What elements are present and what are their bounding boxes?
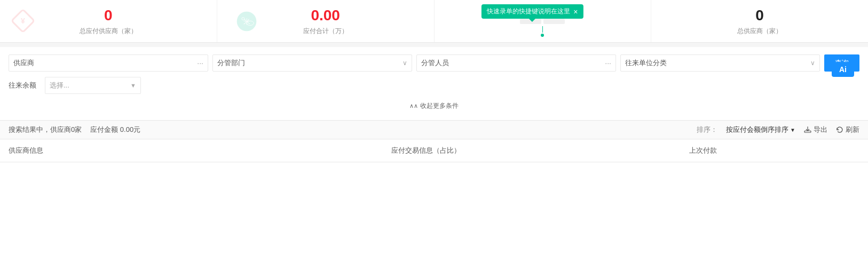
supplier-label: 供应商 bbox=[13, 58, 34, 68]
diamond-icon: ¥ bbox=[11, 9, 36, 34]
supplier-input[interactable] bbox=[38, 59, 197, 67]
export-label: 导出 bbox=[814, 125, 827, 135]
stat-payable-total: 米 0.00 应付合计（万） bbox=[217, 0, 435, 42]
balance-arrow-icon: ▼ bbox=[130, 82, 136, 89]
svg-text:米: 米 bbox=[243, 18, 250, 26]
piggy-icon: 米 bbox=[233, 8, 260, 35]
sort-label: 排序： bbox=[697, 125, 717, 135]
balance-select[interactable]: 选择... ▼ bbox=[45, 77, 141, 94]
department-input[interactable] bbox=[249, 59, 403, 67]
collapse-section: ∧∧ 收起更多条件 bbox=[9, 96, 859, 120]
tooltip-bubble: 快速录单的快捷键说明在这里 × bbox=[482, 4, 583, 19]
results-actions: 排序： 按应付会额倒序排序 ▼ 导出 刷新 bbox=[697, 125, 859, 135]
supplier-dots-icon[interactable]: ··· bbox=[197, 59, 203, 67]
export-icon bbox=[804, 126, 811, 133]
stat-total-suppliers-label: 总供应商（家） bbox=[737, 27, 782, 36]
stat-total-suppliers-number: 0 bbox=[755, 6, 764, 25]
export-button[interactable]: 导出 bbox=[804, 125, 827, 135]
unit-category-label: 往来单位分类 bbox=[625, 58, 667, 68]
tooltip-text: 快速录单的快捷键说明在这里 bbox=[487, 7, 570, 16]
sort-arrow-icon: ▼ bbox=[790, 127, 795, 133]
stats-bar: ¥ 0 总应付供应商（家） 米 0.00 应付合计（万） 快速录单的快捷键说明在… bbox=[0, 0, 868, 43]
table-col-last-payment: 上次付款 bbox=[689, 146, 859, 155]
balance-label: 往来余额 bbox=[9, 81, 36, 90]
stat-placeholder: 快速录单的快捷键说明在这里 × bbox=[435, 0, 652, 42]
results-bar: 搜索结果中，供应商0家 应付金额 0.00元 排序： 按应付会额倒序排序 ▼ 导… bbox=[0, 121, 868, 139]
table-col-payable-info: 应付交易信息（占比） bbox=[391, 146, 689, 155]
payable-amount: 应付金额 0.00元 bbox=[90, 125, 140, 135]
unit-category-arrow-icon[interactable]: ∨ bbox=[810, 59, 815, 67]
stat-payable-suppliers-label: 总应付供应商（家） bbox=[80, 27, 137, 36]
stat-payable-total-number: 0.00 bbox=[311, 6, 340, 25]
stat-payable-total-label: 应付合计（万） bbox=[303, 27, 348, 36]
sort-select[interactable]: 按应付会额倒序排序 ▼ bbox=[726, 125, 795, 135]
table-header: 供应商信息 应付交易信息（占比） 上次付款 bbox=[0, 139, 868, 162]
collapse-label: 收起更多条件 bbox=[420, 101, 459, 111]
collapse-button[interactable]: ∧∧ 收起更多条件 bbox=[409, 98, 459, 116]
collapse-up-icon: ∧∧ bbox=[409, 103, 418, 109]
refresh-label: 刷新 bbox=[846, 125, 859, 135]
tooltip-close-icon[interactable]: × bbox=[573, 8, 578, 15]
table-body bbox=[0, 162, 868, 275]
balance-filter: 往来余额 选择... ▼ bbox=[9, 77, 141, 94]
stat-payable-suppliers-number: 0 bbox=[104, 6, 113, 25]
ai-label: Ai bbox=[839, 65, 847, 74]
refresh-icon bbox=[836, 126, 843, 133]
manager-filter: 分管人员 ··· bbox=[416, 54, 616, 72]
supplier-filter: 供应商 ··· bbox=[9, 54, 208, 72]
ai-button[interactable]: Ai bbox=[832, 62, 854, 77]
department-arrow-icon[interactable]: ∨ bbox=[403, 59, 407, 67]
department-filter: 分管部门 ∨ bbox=[212, 54, 412, 72]
supplier-count: 搜索结果中，供应商0家 bbox=[9, 125, 82, 135]
manager-input[interactable] bbox=[453, 59, 605, 67]
department-label: 分管部门 bbox=[217, 58, 245, 68]
stat-total-suppliers: 0 总供应商（家） bbox=[651, 0, 868, 42]
unit-category-filter: 往来单位分类 ∨ bbox=[620, 54, 820, 72]
manager-dots-icon[interactable]: ··· bbox=[605, 59, 611, 67]
table-col-supplier-info: 供应商信息 bbox=[9, 146, 391, 155]
refresh-button[interactable]: 刷新 bbox=[836, 125, 859, 135]
manager-label: 分管人员 bbox=[421, 58, 449, 68]
filter-area: 供应商 ··· 分管部门 ∨ 分管人员 ··· 往来单位分类 ∨ 查询 往来余额 bbox=[0, 47, 868, 121]
balance-placeholder: 选择... bbox=[50, 81, 130, 90]
results-info: 搜索结果中，供应商0家 应付金额 0.00元 bbox=[9, 125, 140, 135]
stat-payable-suppliers: ¥ 0 总应付供应商（家） bbox=[0, 0, 217, 42]
unit-category-input[interactable] bbox=[671, 59, 810, 67]
svg-text:¥: ¥ bbox=[21, 17, 25, 25]
